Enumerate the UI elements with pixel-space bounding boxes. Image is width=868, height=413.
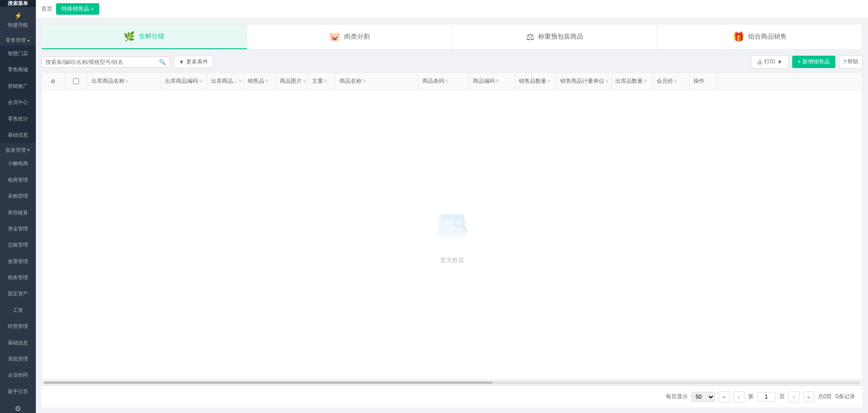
th-member-price: 会员价 ⇅: [653, 73, 690, 90]
sidebar-logo[interactable]: 搜索菜单: [0, 0, 36, 7]
search-input[interactable]: [45, 59, 159, 65]
help-button[interactable]: ? 帮助: [839, 55, 862, 69]
per-page-select[interactable]: 50 20 100: [692, 392, 715, 402]
sort-icon-img[interactable]: ⇅: [303, 79, 306, 83]
total-records: 0条记录: [835, 393, 855, 401]
ecom-label: 电商管理: [8, 177, 28, 183]
sidebar-item-inventory[interactable]: 库存核算: [0, 205, 36, 221]
sidebar-item-ledger[interactable]: 总账管理: [0, 237, 36, 253]
retail-stats-label: 零售统计: [8, 116, 28, 121]
fresh-grade-label: 生鲜分级: [139, 32, 165, 40]
sidebar-item-sys[interactable]: 系统管理: [0, 351, 36, 367]
sidebar-item-purchase[interactable]: 采购管理: [0, 188, 36, 204]
sidebar-item-corp[interactable]: 企业协同: [0, 367, 36, 383]
sort-icon-unit[interactable]: ⇅: [605, 79, 608, 83]
data-table: ⚙ 出库商品名称 ⇅ 出库商品编码 ⇅ 出库商品... ⇅: [41, 72, 862, 385]
filter-button[interactable]: ▼ 更多条件: [174, 56, 213, 68]
th-out-sku: 出库商品... ⇅: [207, 73, 244, 90]
print-button[interactable]: 🖨 打印 ▼: [751, 55, 789, 69]
settings-icon: ⚙: [51, 78, 56, 85]
th-out-product-name-label: 出库商品名称: [91, 77, 125, 85]
sidebar-item-ops[interactable]: 经营管理: [0, 318, 36, 334]
th-settings[interactable]: ⚙: [42, 73, 65, 90]
sort-icon-qty[interactable]: ⇅: [547, 79, 550, 83]
sidebar-item-tax[interactable]: 税务管理: [0, 270, 36, 286]
last-page-button[interactable]: »: [803, 391, 814, 402]
sort-icon-code[interactable]: ⇅: [199, 79, 202, 83]
new-guide-label: 新手引导: [8, 389, 28, 394]
empty-state-icon: [429, 205, 475, 251]
cat-tab-fresh-grade[interactable]: 🌿 生鲜分级: [42, 24, 247, 49]
sidebar-item-marketing[interactable]: 营销推广: [0, 78, 36, 94]
meat-cut-label: 肉类分割: [344, 33, 370, 41]
sort-icon-weight[interactable]: ⇅: [324, 79, 327, 83]
th-product-name: 商品名称 ⇅: [336, 73, 419, 90]
print-dropdown-icon: ▼: [777, 59, 783, 65]
sidebar-item-member[interactable]: 会员中心: [0, 94, 36, 110]
sidebar-item-label: 快捷导航: [8, 22, 28, 28]
ledger-label: 总账管理: [8, 242, 28, 247]
fixed-assets-label: 固定资产: [8, 291, 28, 296]
sidebar-section-wholesale[interactable]: 批发管理: [0, 143, 36, 155]
inventory-label: 库存核算: [8, 210, 28, 215]
page-number-input[interactable]: [757, 392, 776, 402]
sort-icon-outqty[interactable]: ⇅: [644, 79, 647, 83]
weighed-pkg-icon: ⚖: [526, 31, 534, 42]
sort-icon[interactable]: ⇅: [125, 79, 129, 83]
th-weight: 主重 ⇅: [308, 73, 336, 90]
asset-label: 资金管理: [8, 226, 28, 231]
sidebar-item-retail-mall[interactable]: 零售商城: [0, 62, 36, 78]
cat-tab-combo-sales[interactable]: 🎁 组合商品销售: [658, 24, 862, 49]
active-tab[interactable]: 特殊销售品 ×: [56, 3, 99, 15]
sidebar-item-asset[interactable]: 资金管理: [0, 221, 36, 237]
tab-close-icon[interactable]: ×: [91, 6, 94, 11]
member-label: 会员中心: [8, 99, 28, 105]
scroll-thumb: [44, 381, 493, 384]
filter-label: 更多条件: [186, 58, 208, 66]
horizontal-scrollbar[interactable]: [42, 379, 862, 385]
retail-mgmt-label: 零售管理: [6, 37, 26, 44]
search-box[interactable]: 🔍: [41, 57, 170, 68]
sort-icon-sku[interactable]: ⇅: [238, 79, 242, 83]
sort-icon-pcode[interactable]: ⇅: [496, 79, 499, 83]
retail-mall-label: 零售商城: [8, 67, 28, 72]
cat-tab-weighed-pkg[interactable]: ⚖ 称重预包装商品: [452, 24, 658, 49]
sidebar-item-smart-store[interactable]: 智慧门店: [0, 46, 36, 62]
sort-icon-pname[interactable]: ⇅: [363, 79, 366, 83]
th-out-qty: 出库品数量 ⇅: [612, 73, 653, 90]
th-checkbox[interactable]: [65, 73, 88, 90]
sidebar-item-labor[interactable]: 工资: [0, 302, 36, 318]
sidebar-item-fixed-assets[interactable]: 固定资产: [0, 286, 36, 302]
cat-tab-meat-cut[interactable]: 🐷 肉类分割: [247, 24, 453, 49]
first-page-button[interactable]: «: [719, 391, 730, 402]
per-page-label: 每页显示: [666, 393, 688, 401]
sidebar-item-new-guide[interactable]: 新手引导: [0, 384, 36, 400]
select-all-checkbox[interactable]: [73, 78, 79, 84]
fresh-grade-icon: 🌿: [124, 31, 135, 42]
table-header: ⚙ 出库商品名称 ⇅ 出库商品编码 ⇅ 出库商品... ⇅: [42, 73, 862, 90]
sidebar-item-invoice[interactable]: 发票管理: [0, 253, 36, 270]
th-sale-unit: 销售商品计量单位 ⇅: [556, 73, 612, 90]
sort-icon-sale[interactable]: ⇅: [265, 79, 268, 83]
sidebar: 搜索菜单 ⚡ 快捷导航 零售管理 智慧门店 零售商城 营销推广 会员中心 零售统…: [0, 0, 36, 413]
sort-icon-barcode[interactable]: ⇅: [445, 79, 448, 83]
gear-icon[interactable]: ⚙: [0, 400, 36, 413]
sidebar-item-ecom[interactable]: 电商管理: [0, 172, 36, 188]
sidebar-item-basic-info[interactable]: 基础信息: [0, 127, 36, 143]
topbar: 首页 特殊销售品 ×: [36, 0, 868, 18]
print-icon: 🖨: [757, 59, 762, 65]
th-product-code: 商品编码 ⇅: [469, 73, 515, 90]
sidebar-item-quick-nav[interactable]: ⚡ 快捷导航: [0, 7, 36, 33]
help-circle-icon: ?: [843, 59, 846, 65]
sidebar-item-retail-stats[interactable]: 零售统计: [0, 111, 36, 127]
th-sale-product: 销售品 ⇅: [244, 73, 276, 90]
sidebar-section-retail[interactable]: 零售管理: [0, 33, 36, 46]
sort-icon-price[interactable]: ⇅: [674, 79, 677, 83]
next-page-button[interactable]: ›: [789, 391, 800, 402]
print-label: 打印: [764, 58, 775, 66]
sidebar-item-small-shop[interactable]: 小畅电商: [0, 155, 36, 172]
prev-page-button[interactable]: ‹: [733, 391, 744, 402]
home-breadcrumb[interactable]: 首页: [41, 5, 52, 13]
add-button[interactable]: + 新增销售品: [792, 56, 835, 68]
sidebar-item-basic-info2[interactable]: 基础信息: [0, 335, 36, 351]
